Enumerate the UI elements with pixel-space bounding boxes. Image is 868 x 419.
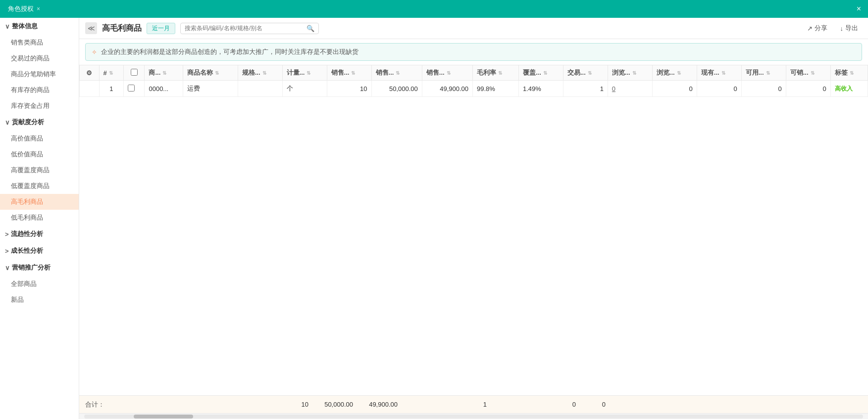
footer-cell-0	[114, 401, 134, 408]
sidebar-item-高覆盖度商品[interactable]: 高覆盖度商品	[0, 162, 79, 178]
collapse-sidebar-button[interactable]: ≪	[85, 22, 97, 34]
footer-cell-10	[431, 401, 461, 408]
group-label: 成长性分析	[11, 246, 43, 255]
arrow-icon: ∨	[5, 23, 10, 30]
col-header-saleProfit: 销售...⇅	[422, 65, 472, 81]
tag-value: 高收入	[835, 85, 853, 92]
cell-current: 0	[697, 81, 741, 97]
main-layout: ∨整体信息销售类商品交易过的商品商品分笔助销率有库存的商品库存资金占用∨贡献度分…	[0, 18, 868, 419]
col-header-saleAmt: 销售...⇅	[371, 65, 422, 81]
sidebar-item-全部商品[interactable]: 全部商品	[0, 276, 79, 292]
cell-usable: 0	[741, 81, 786, 97]
sidebar-item-高毛利商品[interactable]: 高毛利商品	[0, 194, 79, 210]
sidebar-item-库存资金占用[interactable]: 库存资金占用	[0, 98, 79, 114]
share-button[interactable]: ↗ 分享	[803, 22, 831, 35]
footer-cell-5	[253, 401, 283, 408]
export-icon: ↓	[840, 25, 844, 32]
footer-total-label: 合计：	[85, 400, 104, 409]
sidebar-group-营销推广分析[interactable]: ∨营销推广分析	[0, 259, 79, 276]
cell-coverage: 1.49%	[518, 81, 563, 97]
export-label: 导出	[845, 24, 858, 33]
cell-unit: 个	[282, 81, 327, 97]
footer-cell-12	[491, 401, 520, 408]
footer-cell-7: 50,000.00	[312, 401, 357, 408]
star-icon: ✧	[92, 48, 97, 56]
search-icon[interactable]: 🔍	[306, 25, 314, 32]
col-header-seq: #⇅	[99, 65, 124, 81]
sidebar-item-低覆盖度商品[interactable]: 低覆盖度商品	[0, 178, 79, 194]
top-nav: 首页销售单×进货单×权限设置×角色授权×产成品入库单×单据模板设置×商品分析×商…	[0, 0, 868, 18]
col-header-saleQty: 销售...⇅	[327, 65, 371, 81]
sidebar-item-新品[interactable]: 新品	[0, 292, 79, 308]
sidebar-item-低毛利商品[interactable]: 低毛利商品	[0, 210, 79, 226]
cell-saleAmt: 50,000.00	[371, 81, 422, 97]
col-header-browse2: 浏览...⇅	[652, 65, 697, 81]
scrollbar-thumb[interactable]	[134, 415, 193, 419]
search-box: 🔍	[180, 23, 319, 34]
row-checkbox[interactable]	[128, 85, 135, 92]
browse-link[interactable]: 0	[612, 85, 615, 93]
cell-spec	[238, 81, 282, 97]
tab-close-icon[interactable]: ×	[37, 5, 40, 12]
arrow-icon: ∨	[5, 119, 10, 126]
cell-grossMargin: 99.8%	[473, 81, 519, 97]
cell-tradeCount: 1	[563, 81, 608, 97]
cell-saleProfit: 49,900.00	[422, 81, 472, 97]
horizontal-scrollbar[interactable]	[79, 413, 868, 419]
col-header-tradeCount: 交易...⇅	[563, 65, 608, 81]
sidebar-item-有库存的商品[interactable]: 有库存的商品	[0, 82, 79, 98]
col-header-tag: 标签⇅	[830, 65, 868, 81]
info-banner-text: 企业的主要的利润都是这部分商品创造的，可考虑加大推广，同时关注库存是不要出现缺货	[101, 47, 358, 56]
sidebar-group-流趋性分析[interactable]: >流趋性分析	[0, 226, 79, 242]
sidebar-group-成长性分析[interactable]: >成长性分析	[0, 242, 79, 259]
group-label: 流趋性分析	[11, 230, 43, 238]
col-settings[interactable]: ⚙	[80, 65, 100, 81]
date-filter-button[interactable]: 近一月	[147, 23, 175, 34]
footer-cells: 1050,000.0049,900.00100	[114, 401, 862, 408]
col-header-check	[124, 65, 145, 81]
col-header-grossMargin: 毛利率⇅	[473, 65, 519, 81]
search-input[interactable]	[185, 25, 306, 32]
sidebar-item-商品分笔助销率[interactable]: 商品分笔助销率	[0, 66, 79, 82]
close-app-button[interactable]: ×	[852, 4, 866, 13]
col-header-unit: 计量...⇅	[282, 65, 327, 81]
select-all-checkbox[interactable]	[131, 69, 138, 76]
scrollbar-track	[84, 415, 863, 419]
footer-cell-6: 10	[283, 401, 312, 408]
sidebar-item-交易过的商品[interactable]: 交易过的商品	[0, 50, 79, 66]
cell-saleQty: 10	[327, 81, 371, 97]
sidebar-item-销售类商品[interactable]: 销售类商品	[0, 35, 79, 50]
cell-code: 0000...	[145, 81, 183, 97]
footer-cell-11: 1	[461, 401, 491, 408]
arrow-icon: >	[5, 231, 9, 238]
col-header-usable: 可用...⇅	[741, 65, 786, 81]
share-label: 分享	[815, 24, 827, 33]
sidebar-group-整体信息[interactable]: ∨整体信息	[0, 18, 79, 35]
export-button[interactable]: ↓ 导出	[836, 22, 863, 35]
nav-tabs: 首页销售单×进货单×权限设置×角色授权×产成品入库单×单据模板设置×商品分析×商…	[2, 0, 59, 18]
group-label: 营销推广分析	[12, 263, 51, 272]
cell-saleable: 0	[786, 81, 830, 97]
cell-browse1[interactable]: 0	[608, 81, 652, 97]
cell-check[interactable]	[124, 81, 145, 97]
footer-cell-13	[520, 401, 550, 408]
cell-browse2: 0	[652, 81, 697, 97]
sidebar-item-高价值商品[interactable]: 高价值商品	[0, 131, 79, 146]
table-wrapper[interactable]: ⚙#⇅商...⇅商品名称⇅规格...⇅计量...⇅销售...⇅销售...⇅销售.…	[79, 65, 868, 395]
col-header-current: 现有...⇅	[697, 65, 741, 81]
arrow-icon: >	[5, 247, 9, 255]
group-label: 贡献度分析	[12, 118, 44, 127]
nav-tab-角色授权[interactable]: 角色授权×	[2, 0, 59, 18]
table-row: 10000...运费个1050,000.0049,900.0099.8%1.49…	[80, 81, 868, 97]
sidebar-item-低价值商品[interactable]: 低价值商品	[0, 146, 79, 162]
data-table: ⚙#⇅商...⇅商品名称⇅规格...⇅计量...⇅销售...⇅销售...⇅销售.…	[79, 65, 868, 97]
page-title: 高毛利商品	[102, 23, 142, 34]
cell-name: 运费	[183, 81, 238, 97]
footer-bar: 合计： 1050,000.0049,900.00100	[79, 395, 868, 413]
share-icon: ↗	[807, 25, 813, 32]
col-header-name: 商品名称⇅	[183, 65, 238, 81]
footer-cell-9	[402, 401, 431, 408]
col-header-spec: 规格...⇅	[238, 65, 282, 81]
footer-cell-1	[134, 401, 149, 408]
sidebar-group-贡献度分析[interactable]: ∨贡献度分析	[0, 114, 79, 131]
